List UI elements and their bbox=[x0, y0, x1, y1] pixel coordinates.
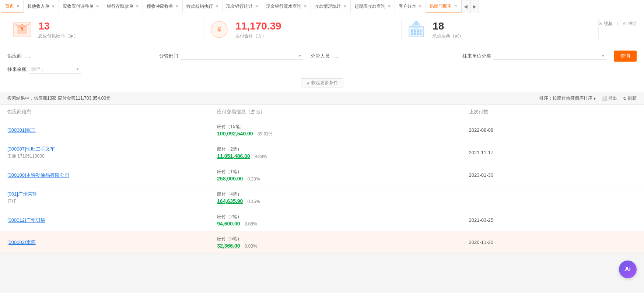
balance-dropdown[interactable]: 选择... ▾ bbox=[29, 65, 81, 74]
export-button[interactable]: ⬜ 导出 bbox=[602, 95, 617, 101]
filter-bar: 供应商 分管部门 ▾ 分管人员 往来单位分类 ▾ 查询 bbox=[0, 46, 644, 92]
nav-tab-home[interactable]: 首页 ✕ bbox=[1, 0, 24, 13]
balance-dropdown-text: 选择... bbox=[31, 66, 45, 72]
help-circle-icon: ⊙ bbox=[623, 21, 627, 26]
data-table: 供应商信息 应付交易信息（占比） 上次付数 [000001]张三 应付（15笔）… bbox=[0, 105, 644, 254]
result-bar: 搜索结果中，供应商13家 应付金额111,703,854.00元 排序：按应付余… bbox=[0, 92, 644, 105]
last-payment-date-6: 2020-11-20 bbox=[469, 239, 494, 245]
filter-balance-label: 往来余额 bbox=[7, 66, 27, 73]
transaction-col-3: 应付（1笔） 258,000.00 0.23% bbox=[217, 169, 469, 182]
nav-tab-cash-stat[interactable]: 现金银行统计 ✕ bbox=[223, 0, 262, 13]
trans-amount-4[interactable]: 164,635.90 bbox=[217, 198, 243, 204]
top-right-links: ⊙ 视频 ｜ ⊙ 帮助 bbox=[599, 18, 637, 41]
nav-tab-cash-flow[interactable]: 现金银行流水查询 ✕ bbox=[262, 0, 311, 13]
last-payment-col-1: 2022-08-08 bbox=[469, 127, 637, 133]
svg-rect-6 bbox=[414, 30, 416, 32]
collapse-button[interactable]: ∧ 收起更多条件 bbox=[301, 78, 343, 87]
nav-tab-ar-ap-adjust[interactable]: 应收应付调整单 ✕ bbox=[59, 0, 103, 13]
svg-text:¥: ¥ bbox=[21, 26, 24, 32]
nav-tab-prepay-offset[interactable]: 预收冲应收单 ✕ bbox=[143, 0, 183, 13]
nav-tab-bank-deposit-close[interactable]: ✕ bbox=[136, 4, 139, 9]
nav-tab-other-income-close[interactable]: ✕ bbox=[52, 4, 55, 9]
trans-label-2: 应付（2笔） bbox=[217, 146, 469, 152]
help-link[interactable]: ⊙ 帮助 bbox=[623, 21, 637, 27]
supplier-link-3[interactable]: [000100]本特勒油品有限公司 bbox=[7, 172, 69, 178]
trans-amount-3[interactable]: 258,000.00 bbox=[217, 176, 243, 182]
svg-rect-7 bbox=[417, 30, 419, 32]
nav-tab-customer-ledger-label: 客户账本 bbox=[399, 3, 416, 10]
nav-tab-receipt-verify[interactable]: 收款核销执行 ✕ bbox=[183, 0, 223, 13]
balance-dropdown-arrow: ▾ bbox=[77, 67, 79, 72]
supplier-col-6: [000002]李四 bbox=[7, 239, 217, 246]
table-header: 供应商信息 应付交易信息（占比） 上次付数 bbox=[0, 105, 644, 119]
nav-tab-bank-deposit[interactable]: 银行存取款单 ✕ bbox=[103, 0, 143, 13]
nav-prev-arrow[interactable]: ◀ bbox=[461, 0, 470, 13]
trans-amount-1[interactable]: 100,092,540.00 bbox=[217, 131, 253, 137]
nav-tab-cash-stat-close[interactable]: ✕ bbox=[255, 4, 258, 9]
summary-card-total-suppliers: 18 总供应商（家） bbox=[402, 18, 599, 41]
filter-person-label: 分管人员 bbox=[311, 53, 330, 59]
result-right: 排序：按应付余额倒序排序 ▾ ⬜ 导出 ↻ 刷新 bbox=[539, 95, 637, 101]
nav-tab-supplier-ledger[interactable]: 供应商账本 ✕ bbox=[426, 0, 461, 13]
trans-label-4: 应付（4笔） bbox=[217, 191, 469, 197]
table-row: [000001]张三 应付（15笔） 100,092,540.00 89.61%… bbox=[0, 119, 644, 141]
nav-next-arrow[interactable]: ▶ bbox=[470, 0, 479, 13]
header-last-payment: 上次付数 bbox=[469, 108, 637, 115]
sort-arrow-icon: ▾ bbox=[594, 96, 596, 101]
nav-tab-other-income[interactable]: 其他收入单 ✕ bbox=[24, 0, 59, 13]
trans-amount-5[interactable]: 94,600.00 bbox=[217, 221, 240, 227]
total-supplier-label: 总供应商（家） bbox=[433, 33, 463, 39]
filter-balance: 往来余额 选择... ▾ bbox=[7, 65, 81, 74]
nav-tab-overdue-ar[interactable]: 超期应收款查询 ✕ bbox=[351, 0, 395, 13]
trans-amount-6[interactable]: 32,366.00 bbox=[217, 243, 240, 249]
last-payment-date-3: 2023-01-30 bbox=[469, 172, 494, 178]
supplier-col-3: [000100]本特勒油品有限公司 bbox=[7, 172, 217, 179]
payable-total-amount: 11,170.39 bbox=[235, 20, 281, 32]
nav-tab-cash-flow-close[interactable]: ✕ bbox=[304, 4, 307, 9]
nav-tab-overdue-ar-label: 超期应收款查询 bbox=[354, 3, 385, 10]
trans-amount-2[interactable]: 11,051,486.00 bbox=[217, 153, 250, 159]
nav-tab-prepay-offset-close[interactable]: ✕ bbox=[175, 4, 179, 9]
nav-tab-prepay-offset-label: 预收冲应收单 bbox=[147, 3, 173, 10]
nav-tab-ar-ap-adjust-close[interactable]: ✕ bbox=[96, 4, 99, 9]
export-label: 导出 bbox=[608, 95, 617, 101]
nav-tab-customer-ledger-close[interactable]: ✕ bbox=[419, 4, 422, 9]
video-link[interactable]: ⊙ 视频 bbox=[599, 21, 612, 27]
sort-dropdown[interactable]: 排序：按应付余额倒序排序 ▾ bbox=[539, 95, 596, 101]
svg-rect-8 bbox=[420, 30, 421, 32]
nav-tab-receipt-verify-close[interactable]: ✕ bbox=[215, 4, 218, 9]
supplier-link-6[interactable]: [000002]李四 bbox=[7, 239, 36, 245]
table-row: [000012]广州贝瑞 应付（2笔） 94,600.00 0.08% 2021… bbox=[0, 209, 644, 231]
last-payment-col-3: 2023-01-30 bbox=[469, 172, 637, 178]
table-row: [001]广州荣轩 仔仔 应付（4笔） 164,635.90 0.15% bbox=[0, 186, 644, 209]
search-button[interactable]: 查询 bbox=[614, 51, 637, 62]
nav-tab-supplier-ledger-close[interactable]: ✕ bbox=[454, 4, 457, 8]
summary-card-payable-suppliers: ¥ 13 总应付供应商（家） bbox=[7, 18, 204, 41]
table-row: [000002]李四 应付（5笔） 32,366.00 0.03% 2020-1… bbox=[0, 231, 644, 254]
refresh-button[interactable]: ↻ 刷新 bbox=[623, 95, 637, 101]
nav-tab-receipt-stat-close[interactable]: ✕ bbox=[343, 4, 347, 9]
trans-percent-3: 0.23% bbox=[247, 176, 260, 182]
svg-rect-5 bbox=[411, 30, 413, 32]
supplier-input[interactable] bbox=[24, 52, 152, 60]
nav-tab-customer-ledger[interactable]: 客户账本 ✕ bbox=[395, 0, 426, 13]
person-input[interactable] bbox=[332, 52, 455, 60]
dept-dropdown[interactable]: ▾ bbox=[181, 52, 304, 60]
header-transaction-info: 应付交易信息（占比） bbox=[217, 108, 469, 115]
filter-dept: 分管部门 ▾ bbox=[159, 52, 304, 60]
link-separator: ｜ bbox=[616, 21, 620, 27]
total-supplier-count: 18 bbox=[433, 20, 463, 32]
svg-rect-11 bbox=[417, 32, 419, 35]
supplier-link-2[interactable]: [000007]恒旺二手叉车 bbox=[7, 146, 55, 152]
nav-tab-receipt-stat[interactable]: 收款情况统计 ✕ bbox=[311, 0, 351, 13]
supplier-col-2: [000007]恒旺二手叉车 王通 17106110000 bbox=[7, 146, 217, 159]
supplier-link-5[interactable]: [000012]广州贝瑞 bbox=[7, 217, 45, 223]
nav-tab-home-close[interactable]: ✕ bbox=[16, 4, 20, 8]
nav-tab-cash-flow-label: 现金银行流水查询 bbox=[266, 3, 301, 10]
nav-tab-overdue-ar-close[interactable]: ✕ bbox=[388, 4, 391, 9]
supplier-link-4[interactable]: [001]广州荣轩 bbox=[7, 191, 37, 197]
header-supplier-info: 供应商信息 bbox=[7, 108, 217, 115]
collapse-up-icon: ∧ bbox=[307, 80, 310, 86]
category-dropdown[interactable]: ▾ bbox=[493, 52, 607, 60]
supplier-link-1[interactable]: [000001]张三 bbox=[7, 127, 36, 133]
